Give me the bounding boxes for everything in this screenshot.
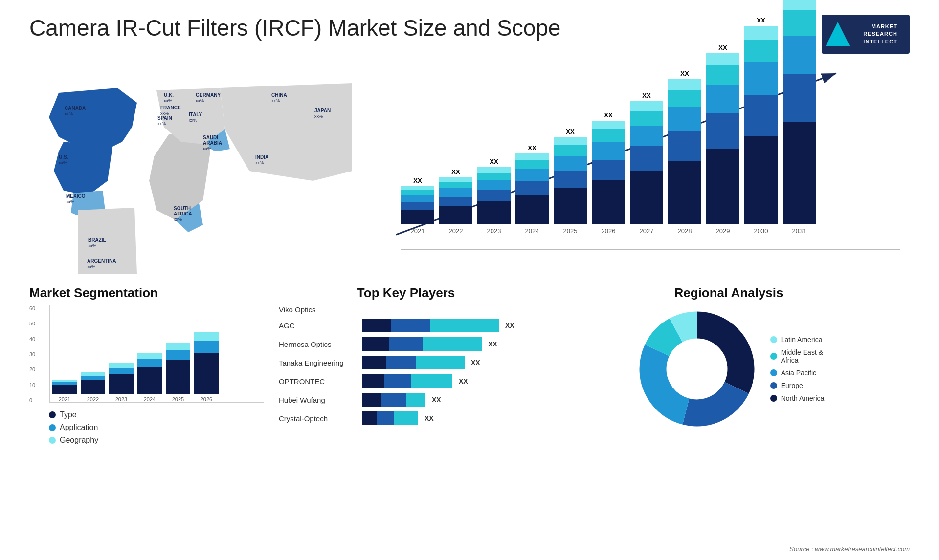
- player-agc-name: AGC: [279, 322, 357, 330]
- bar-2021-seg3: [401, 195, 434, 202]
- seg-2024-geo: [137, 353, 162, 359]
- player-tanaka-bars: XX: [362, 356, 480, 369]
- seg-bar-2021: 2021: [52, 380, 77, 402]
- map-asia-base: [220, 83, 352, 181]
- seg-year-2023: 2023: [115, 396, 127, 402]
- bar-2026-stack: [592, 121, 625, 224]
- player-tanaka-bar: [362, 356, 465, 369]
- label-saudi2: ARABIA: [203, 140, 222, 146]
- bar-2021-xx: XX: [413, 177, 422, 184]
- logo-text: MARKETRESEARCHINTELLECT: [863, 23, 897, 45]
- label-brazil: BRAZIL: [88, 237, 106, 243]
- bar-2023-seg1: [477, 201, 511, 224]
- legend-apac-dot: [770, 369, 777, 376]
- legend-europe: Europe: [770, 382, 825, 389]
- player-optrontec-name: OPTRONTEC: [279, 377, 357, 386]
- seg-2023-app: [109, 368, 134, 374]
- y-label-60: 60: [29, 305, 35, 311]
- seg-2022-app: [81, 376, 105, 380]
- label-argentina-val: xx%: [87, 264, 95, 269]
- players-section: Top Key Players Viko Optics AGC: [279, 285, 533, 445]
- bar-2024-xx: XX: [528, 144, 536, 151]
- seg-2024-type: [137, 367, 162, 394]
- bar-2029-seg5: [706, 53, 739, 65]
- player-optrontec: OPTRONTEC XX: [279, 374, 533, 388]
- player-agc-bar: [362, 319, 499, 332]
- seg-2025-type: [166, 360, 190, 394]
- legend-type: Type: [49, 410, 264, 419]
- bar-2026-seg2: [592, 160, 625, 180]
- legend-geo-dot: [49, 437, 56, 444]
- bar-2031-year: 2031: [792, 227, 806, 235]
- bar-2025-stack: [554, 137, 587, 224]
- player-tanaka-seg2: [386, 356, 416, 369]
- label-spain: SPAIN: [157, 115, 172, 121]
- regional-content: Latin America Middle East &Africa Asia P…: [548, 305, 910, 432]
- legend-type-dot: [49, 411, 56, 418]
- seg-year-2021: 2021: [59, 396, 70, 402]
- bar-2022-year: 2022: [449, 227, 463, 235]
- bar-2030-stack: [744, 26, 778, 224]
- bar-2024-seg5: [515, 153, 549, 160]
- label-canada-val: xx%: [65, 111, 73, 116]
- seg-stack-2022: [81, 372, 105, 394]
- seg-year-2024: 2024: [144, 396, 156, 402]
- bar-2028-seg5: [668, 79, 701, 90]
- bar-2029-seg1: [706, 149, 739, 224]
- bar-2031-seg2: [782, 74, 816, 122]
- legend-europe-dot: [770, 382, 777, 389]
- bar-2021-seg5: [401, 186, 434, 190]
- bar-2026-year: 2026: [602, 227, 616, 235]
- bar-2026-seg1: [592, 180, 625, 224]
- y-label-50: 50: [29, 321, 35, 326]
- label-china: CHINA: [271, 92, 287, 98]
- map-canada: [49, 88, 137, 151]
- bar-2031-seg3: [782, 36, 816, 74]
- bar-2025-seg3: [554, 156, 587, 171]
- bar-2028: XX 2028: [668, 70, 701, 235]
- y-label-20: 20: [29, 366, 35, 372]
- bar-2026-seg5: [592, 121, 625, 129]
- label-southafrica-val: xx%: [174, 217, 182, 222]
- segmentation-title: Market Segmentation: [29, 285, 264, 301]
- player-hubei-seg1: [362, 393, 381, 407]
- bar-2027-seg3: [630, 126, 663, 146]
- legend-latin-label: Latin America: [781, 336, 823, 344]
- bar-2030-xx: XX: [757, 17, 765, 24]
- legend-northam-dot: [770, 395, 777, 402]
- player-agc: AGC XX: [279, 319, 533, 332]
- legend-apac-label: Asia Pacific: [781, 369, 816, 377]
- player-optrontec-xx: XX: [459, 377, 468, 385]
- player-optrontec-seg1: [362, 374, 384, 388]
- bar-2029-stack: [706, 53, 739, 224]
- label-southafrica2: AFRICA: [174, 211, 192, 216]
- legend-app-dot: [49, 424, 56, 431]
- seg-bar-2024: 2024: [137, 353, 162, 402]
- bar-2022-xx: XX: [451, 168, 460, 175]
- legend-geo-label: Geography: [60, 436, 98, 445]
- seg-2024-app: [137, 359, 162, 367]
- bar-2030-seg2: [744, 95, 778, 136]
- label-italy: ITALY: [189, 112, 202, 117]
- legend-mea: Middle East &Africa: [770, 348, 825, 364]
- bar-2030-seg5: [744, 26, 778, 40]
- bar-2031-stack: [782, 0, 816, 224]
- player-optrontec-bar: [362, 374, 452, 388]
- logo-area: MARKETRESEARCHINTELLECT: [822, 15, 910, 54]
- bar-2028-seg3: [668, 107, 701, 131]
- label-india-val: xx%: [255, 160, 264, 165]
- label-china-val: xx%: [271, 98, 280, 103]
- bar-2028-seg4: [668, 90, 701, 107]
- label-japan-val: xx%: [314, 114, 323, 119]
- seg-stack-2026: [194, 332, 219, 394]
- bar-2023-year: 2023: [487, 227, 501, 235]
- regional-legend: Latin America Middle East &Africa Asia P…: [770, 336, 825, 402]
- legend-northam-label: North America: [781, 394, 825, 402]
- bar-2023-xx: XX: [490, 158, 498, 165]
- bar-2024: XX 2024: [515, 144, 549, 235]
- bar-2027-stack: [630, 101, 663, 224]
- seg-bar-2025: 2025: [166, 343, 190, 402]
- legend-europe-label: Europe: [781, 382, 803, 389]
- bar-2027-year: 2027: [640, 227, 654, 235]
- player-tanaka-xx: XX: [471, 359, 480, 366]
